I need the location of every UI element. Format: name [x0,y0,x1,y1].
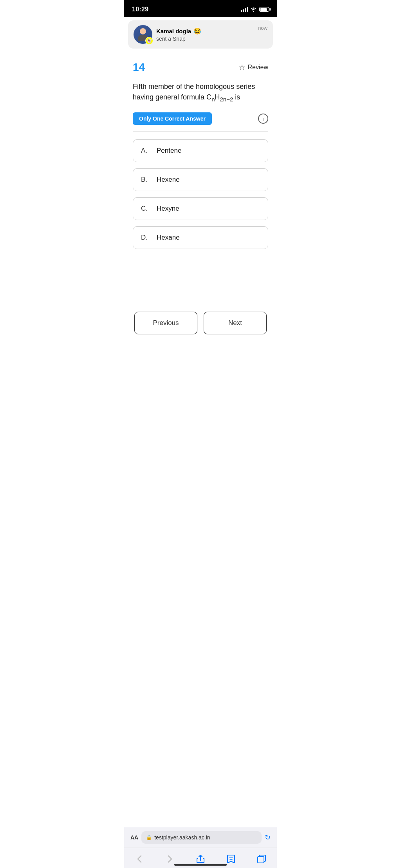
subscript-n: n [211,96,215,103]
option-a-letter: A. [141,147,149,155]
url-bar[interactable]: 🔒 testplayer.aakash.ac.in [141,831,262,844]
options-container: A. Pentene B. Hexene C. Hexyne D. Hexane [133,139,268,249]
browser-bar: AA 🔒 testplayer.aakash.ac.in ↻ [124,827,277,848]
notification-sender-name: Kamal dogla [156,28,191,34]
option-c-letter: C. [141,205,149,213]
status-icons [241,7,269,12]
question-header: 14 ☆ Review [133,61,268,74]
notification-content: Kamal dogla 😂 sent a Snap [156,27,254,42]
back-button[interactable] [131,852,148,866]
reload-button[interactable]: ↻ [265,833,271,842]
snap-badge: 👻 [145,37,153,45]
notification-message: sent a Snap [156,36,254,42]
option-c-text: Hexyne [157,205,179,213]
question-number: 14 [133,61,145,74]
option-d-letter: D. [141,234,149,242]
status-bar: 10:29 [124,0,277,17]
info-icon: i [262,115,264,122]
question-text-line1: Fifth member of the homologous series [133,83,255,90]
option-b-text: Hexene [157,176,180,184]
wifi-icon [250,7,257,12]
aa-button[interactable]: AA [130,834,138,841]
question-text: Fifth member of the homologous series ha… [133,81,268,104]
home-indicator [174,864,227,866]
notification-time: now [258,25,267,31]
svg-rect-0 [258,857,264,863]
badge-row: Only One Correct Answer i [133,112,268,132]
star-icon: ☆ [238,63,246,72]
subscript-2n2: 2n−2 [220,96,233,103]
review-button[interactable]: ☆ Review [238,63,268,72]
option-d[interactable]: D. Hexane [133,226,268,249]
option-b[interactable]: B. Hexene [133,168,268,191]
status-time: 10:29 [132,6,148,13]
notification-banner[interactable]: 👻 Kamal dogla 😂 sent a Snap now [128,20,273,49]
review-label: Review [248,64,268,71]
answer-type-badge: Only One Correct Answer [133,112,212,125]
option-c[interactable]: C. Hexyne [133,197,268,220]
option-a[interactable]: A. Pentene [133,139,268,162]
battery-icon [259,7,269,12]
question-text-line2: having general formula CnH2n−2 is [133,93,240,101]
option-a-text: Pentene [157,147,181,155]
main-content: 14 ☆ Review Fifth member of the homologo… [124,52,277,354]
notification-emoji: 😂 [193,27,201,35]
option-d-text: Hexane [157,234,180,242]
signal-icon [241,7,248,12]
next-button[interactable]: Next [204,312,267,334]
previous-button[interactable]: Previous [134,312,197,334]
tabs-button[interactable] [253,852,270,866]
option-b-letter: B. [141,176,149,184]
url-text: testplayer.aakash.ac.in [154,834,210,841]
lock-icon: 🔒 [146,835,152,840]
navigation-buttons: Previous Next [133,312,268,334]
info-button[interactable]: i [258,114,268,124]
